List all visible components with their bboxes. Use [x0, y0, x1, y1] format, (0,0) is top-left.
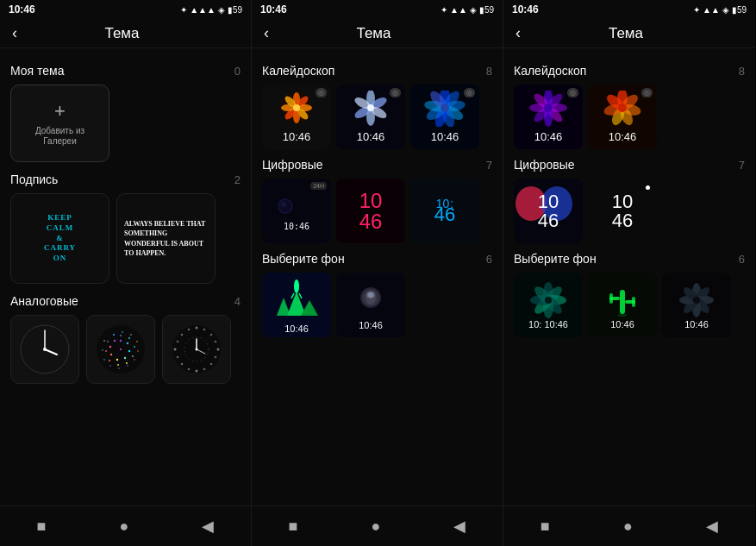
digital-hour-5: 10 — [612, 192, 633, 211]
toggle-3: ◎ — [464, 88, 475, 97]
bg-time-2: 10:46 — [359, 320, 383, 330]
nav-circle-1[interactable]: ● — [105, 514, 142, 539]
dotted-ring-svg — [171, 323, 222, 375]
nav-back-2[interactable]: ◀ — [440, 513, 479, 539]
bg-thumb-2[interactable]: 10:46 — [336, 273, 405, 337]
kaleid-thumb-1[interactable]: ◎ 10:46 — [262, 85, 331, 149]
page-title-2: Тема — [278, 25, 470, 42]
battery-icon-3: ▮59 — [732, 5, 747, 15]
svg-point-18 — [126, 362, 128, 364]
nav-circle-2[interactable]: ● — [357, 514, 394, 539]
nav-square-3[interactable]: ■ — [527, 514, 564, 539]
kaleid-thumb-2[interactable]: ◎ 10:46 — [336, 85, 405, 149]
nav-square-1[interactable]: ■ — [23, 514, 60, 539]
svg-point-45 — [188, 368, 191, 371]
svg-point-28 — [134, 359, 135, 361]
section-count-kaleid2: 8 — [739, 65, 745, 78]
analog-clock-card-1[interactable] — [10, 315, 79, 384]
24h-badge: 24H — [310, 182, 327, 190]
status-time-3: 10:46 — [512, 3, 539, 16]
status-bar-2: 10:46 ✦ ▲▲ ◈ ▮59 — [252, 0, 503, 19]
wifi-icon: ◈ — [218, 5, 225, 15]
kaleid-thumb-3[interactable]: ◎ 10:46 — [410, 85, 479, 149]
digital-thumb-3[interactable]: 10 : 46 — [410, 179, 479, 243]
bg-thumb-3[interactable]: 10: 10:46 — [514, 273, 583, 337]
dot-indicator-div — [646, 185, 650, 190]
back-button-1[interactable]: ‹ — [12, 24, 17, 42]
digital-hour-4: 10 — [538, 192, 559, 211]
svg-point-65 — [293, 104, 300, 111]
svg-point-43 — [203, 368, 206, 371]
dotted-ring-card[interactable] — [162, 315, 231, 384]
kaleid-time-4: 10:46 — [534, 130, 563, 143]
back-button-2[interactable]: ‹ — [264, 24, 269, 42]
svg-point-47 — [177, 356, 179, 359]
dot-spiral-card[interactable] — [86, 315, 155, 384]
bluetooth-icon: ✦ — [180, 5, 187, 15]
kaleid-time-5: 10:46 — [609, 130, 637, 143]
bg-thumb-1[interactable]: 10:46 — [262, 273, 331, 337]
section-title-kaleid: Калейдоскоп — [262, 64, 334, 78]
add-from-gallery-card[interactable]: + Добавить изГалереи — [10, 85, 109, 162]
signal-icon-2: ▲▲ — [450, 5, 467, 15]
status-time-1: 10:46 — [9, 3, 35, 16]
svg-point-8 — [128, 350, 130, 352]
digital-thumb-2[interactable]: 10 46 — [336, 179, 405, 243]
section-title-subscription: Подпись — [10, 173, 58, 186]
svg-point-48 — [174, 348, 177, 351]
keep-calm-card[interactable]: KEEPCALM&CARRYON — [10, 193, 109, 284]
svg-point-27 — [137, 350, 139, 352]
digital-thumb-5[interactable]: 10 46 — [588, 179, 657, 243]
svg-point-19 — [117, 364, 119, 366]
section-title-my-theme: Моя тема — [10, 64, 65, 78]
digital-display-4: 10 46 — [538, 192, 559, 230]
bg-thumb-5[interactable]: 10:46 — [662, 273, 731, 337]
nav-back-1[interactable]: ◀ — [188, 513, 228, 539]
bg-time-1: 10:46 — [284, 323, 309, 334]
svg-rect-138 — [609, 293, 613, 304]
kaleidoscope-row: ◎ 10:46 — [262, 85, 492, 149]
kaleid-thumb-4[interactable]: ◎ 10:46 — [514, 85, 583, 149]
believe-card[interactable]: ALWAYS BELIEVE THAT SOMETHING WONDERFUL … — [116, 193, 216, 284]
svg-point-21 — [105, 350, 107, 352]
digital-svg-1 — [277, 191, 316, 222]
svg-point-20 — [109, 360, 110, 361]
toggle-5: ◎ — [641, 88, 653, 97]
digital-thumb-1[interactable]: 24H 10:46 — [262, 179, 331, 243]
battery-icon-2: ▮59 — [479, 5, 494, 15]
bg-svg-3 — [520, 281, 577, 319]
svg-point-9 — [124, 357, 126, 359]
svg-point-12 — [109, 346, 111, 348]
kaleid-thumb-5[interactable]: ◎ 10:46 — [588, 85, 657, 149]
svg-point-36 — [196, 327, 198, 329]
svg-point-151 — [693, 297, 700, 304]
svg-point-93 — [294, 279, 299, 293]
back-button-3[interactable]: ‹ — [515, 24, 521, 42]
digital-min-2: 46 — [359, 211, 383, 232]
analog-grid — [10, 315, 241, 384]
svg-point-30 — [118, 367, 120, 369]
svg-point-40 — [217, 348, 220, 351]
bg-thumb-4[interactable]: 10:46 — [588, 273, 657, 337]
svg-point-102 — [368, 292, 373, 298]
page-title-3: Тема — [529, 25, 722, 42]
panel1-content: Моя тема 0 + Добавить изГалереи Подпись … — [0, 48, 251, 505]
nav-back-3[interactable]: ◀ — [692, 513, 732, 539]
section-count-digital2: 7 — [739, 159, 745, 172]
digital-thumb-4[interactable]: 10 46 — [514, 179, 583, 243]
section-title-bg2: Выберите фон — [514, 252, 597, 266]
nav-circle-3[interactable]: ● — [609, 514, 647, 539]
svg-rect-140 — [632, 297, 635, 307]
digital-hour-2: 10 — [359, 191, 383, 211]
svg-point-38 — [210, 334, 213, 336]
svg-point-14 — [120, 335, 122, 336]
bg-time-3: 10: 10:46 — [528, 319, 568, 329]
svg-point-88 — [281, 202, 286, 207]
svg-point-34 — [103, 340, 105, 342]
toggle-4: ◎ — [567, 88, 578, 97]
my-theme-grid: + Добавить изГалереи — [10, 85, 241, 162]
section-header-analog: Аналоговые 4 — [10, 294, 241, 308]
nav-square-2[interactable]: ■ — [275, 514, 312, 539]
svg-point-49 — [177, 341, 179, 343]
svg-point-84 — [440, 104, 449, 112]
